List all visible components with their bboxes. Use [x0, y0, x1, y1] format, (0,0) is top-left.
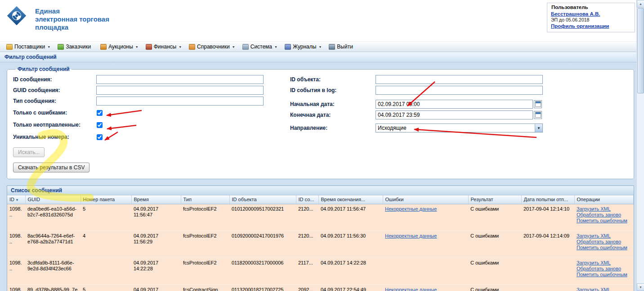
col-operations[interactable]: Операции [574, 195, 634, 204]
table-header-row: ID▼ GUID Номер пакета Время Тип ID объек… [7, 195, 634, 204]
col-object-id[interactable]: ID объекта [229, 195, 296, 204]
start-date-calendar-button[interactable] [534, 100, 542, 108]
table-row[interactable]: 1098... 3cdfda9b-8111-6d6e-9e2d-8d34f423… [7, 258, 634, 285]
mark-erroneous-link[interactable]: Пометить ошибочным [577, 245, 631, 251]
search-button[interactable]: Искать... [13, 147, 45, 157]
table-row[interactable]: 1098... 8ac9644a-7264-e6ef-e768-a2b2a774… [7, 231, 634, 258]
chevron-down-icon: ▼ [232, 45, 235, 48]
object-id-input[interactable] [376, 75, 543, 84]
menu-label: Система [250, 44, 272, 50]
message-id-input[interactable] [96, 75, 264, 84]
sort-arrow-icon: ▼ [15, 198, 19, 202]
end-date-calendar-button[interactable] [534, 111, 542, 119]
unique-numbers-checkbox[interactable] [97, 134, 103, 140]
cell-guid: 89..d378b-8885-99..7e [25, 285, 80, 291]
reprocess-link[interactable]: Обработать заново [577, 212, 631, 218]
message-type-input[interactable] [96, 97, 264, 106]
chevron-down-icon[interactable]: ▼ [535, 124, 542, 132]
cell-object-id: 0113200018217002725 [229, 285, 296, 291]
cell-type: fcsProtocolEF2 [181, 258, 229, 285]
scroll-up-icon[interactable]: ▲ [637, 0, 644, 8]
scroll-down-icon[interactable]: ▼ [637, 283, 644, 291]
error-details-link[interactable]: Некорректные данные [385, 233, 437, 238]
menu-item-finance[interactable]: Финансы ▼ [142, 42, 185, 52]
logo: Единая электронная торговая площадка [4, 4, 109, 31]
cell-id-so: 2092... [296, 285, 318, 291]
cell-errors: Некорректные данные [383, 231, 468, 258]
cell-id-so: 2120... [296, 231, 318, 258]
col-id[interactable]: ID▼ [7, 195, 25, 204]
user-panel: Пользователь Бесстрашнова А.В. ЭП до 05.… [547, 3, 635, 32]
only-unsent-checkbox[interactable] [97, 122, 103, 128]
cell-object-id: 0101200009517002321 [229, 204, 296, 231]
col-end-time[interactable]: Время окончания... [318, 195, 383, 204]
col-guid[interactable]: GUID [25, 195, 80, 204]
message-guid-label: GUID сообщения: [13, 87, 96, 93]
eetp-logo-icon [4, 4, 29, 28]
table-row[interactable]: 1098... dea0bed6-ea10-a56d-b2c7-e831d326… [7, 204, 634, 231]
mark-erroneous-link[interactable]: Пометить ошибочным [577, 218, 631, 224]
mark-erroneous-link[interactable]: Пометить ошибочным [577, 272, 631, 278]
load-xml-link[interactable]: Загрузить XML [577, 206, 631, 212]
direction-select[interactable]: Исходящие ▼ [376, 123, 543, 132]
cell-operations: Загрузить XML Обработать заново Пометить… [574, 258, 634, 285]
load-xml-link[interactable]: Загрузить XML [577, 260, 631, 266]
error-details-link[interactable]: Некорректные данные [385, 287, 437, 291]
error-details-link[interactable]: Некорректные данные [385, 206, 437, 212]
col-errors[interactable]: Ошибки [383, 195, 468, 204]
cell-object-id: 0118200003217000006 [229, 258, 296, 285]
auctions-icon [100, 44, 107, 50]
load-xml-link[interactable]: Загрузить XML [577, 287, 631, 291]
col-time[interactable]: Время [131, 195, 181, 204]
menu-label: Финансы [154, 44, 176, 50]
user-name-link[interactable]: Бесстрашнова А.В. [551, 11, 631, 17]
menu-label: Аукционы [108, 44, 133, 50]
menu-item-suppliers[interactable]: Поставщики ▼ [3, 42, 54, 52]
only-errors-checkbox[interactable] [97, 110, 103, 116]
chevron-down-icon: ▼ [179, 45, 182, 48]
cell-end-time: 04.09.2017 11:56:47 [318, 204, 383, 231]
table-row[interactable]: 1098... 89..d378b-8885-99..7e 5 04.09.20… [7, 285, 634, 291]
finance-icon [146, 44, 152, 50]
cert-info: ЭП до 05.06.2018 [551, 17, 631, 23]
cell-packet-number: 4 [80, 231, 131, 258]
menu-item-auctions[interactable]: Аукционы ▼ [97, 42, 142, 52]
cell-object-id: 0109200002417001976 [229, 231, 296, 258]
cell-packet-number [80, 258, 131, 285]
col-attempt-date[interactable]: Дата попытки отп... [521, 195, 574, 204]
download-csv-button[interactable]: Скачать результаты в CSV [13, 163, 89, 172]
start-date-input[interactable] [376, 100, 533, 109]
content-area: Фильтр сообщений ID сообщения: GUID сооб… [0, 62, 644, 291]
cell-operations: Загрузить XML Обработать заново Пометить… [574, 285, 634, 291]
cell-operations: Загрузить XML Обработать заново Пометить… [574, 204, 634, 231]
cell-id: 1098... [7, 231, 25, 258]
col-result[interactable]: Результат [468, 195, 521, 204]
cell-result: С ошибками [468, 231, 521, 258]
menu-item-directories[interactable]: Справочники ▼ [185, 42, 239, 52]
load-xml-link[interactable]: Загрузить XML [577, 233, 631, 239]
filter-panel: Фильтр сообщений ID сообщения: GUID сооб… [7, 66, 634, 179]
menu-item-journals[interactable]: Журналы ▼ [281, 42, 325, 52]
cell-time: 04.09.2017 11:56:29 [131, 231, 181, 258]
cell-result: С ошибками [468, 258, 521, 285]
journals-icon [285, 44, 291, 50]
col-type[interactable]: Тип [181, 195, 229, 204]
col-id-so[interactable]: ID со... [296, 195, 318, 204]
cell-attempt-date [521, 285, 574, 291]
end-date-input[interactable] [376, 110, 533, 119]
menu-item-system[interactable]: Система ▼ [239, 42, 281, 52]
log-event-id-input[interactable] [376, 86, 543, 95]
cell-attempt-date: 2017-09-04 12:14:10 [521, 204, 574, 231]
org-profile-link[interactable]: Профиль организации [551, 23, 631, 29]
message-guid-input[interactable] [96, 86, 264, 95]
cell-packet-number: 5 [80, 285, 131, 291]
reprocess-link[interactable]: Обработать заново [577, 266, 631, 272]
vertical-scrollbar[interactable]: ▲ ▼ [636, 0, 644, 291]
menu-item-exit[interactable]: Выйти [325, 42, 357, 52]
reprocess-link[interactable]: Обработать заново [577, 239, 631, 245]
scrollbar-thumb[interactable] [637, 8, 644, 93]
col-packet-number[interactable]: Номер пакета [80, 195, 131, 204]
only-errors-label: Только с ошибками: [13, 110, 96, 116]
chevron-down-icon: ▼ [47, 45, 50, 48]
menu-item-customers[interactable]: Заказчики [54, 42, 97, 52]
